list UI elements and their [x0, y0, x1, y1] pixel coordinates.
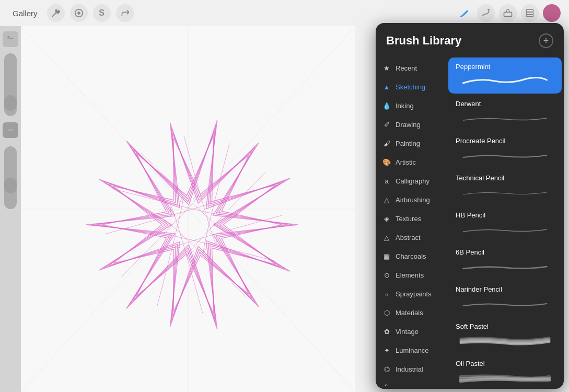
sketching-label: Sketching — [396, 83, 425, 91]
category-item-luminance[interactable]: ✦Luminance — [376, 341, 446, 360]
wrench-button[interactable] — [47, 4, 65, 22]
category-item-industrial[interactable]: ⌬Industrial — [376, 360, 446, 378]
derwent-preview — [456, 111, 554, 125]
add-brush-button[interactable]: + — [539, 33, 553, 48]
category-list: ★Recent▲Sketching💧Inking✐Drawing🖌Paintin… — [376, 56, 446, 386]
category-item-spraypaints[interactable]: ⬦Spraypaints — [376, 284, 446, 303]
category-item-vintage[interactable]: ✿Vintage — [376, 322, 446, 341]
drawing-label: Drawing — [396, 121, 421, 129]
category-item-organic[interactable]: 🍃Organic — [376, 378, 446, 386]
vintage-icon: ✿ — [382, 327, 391, 336]
hb_pencil-preview — [456, 222, 554, 237]
luminance-icon: ✦ — [382, 345, 391, 355]
brush-item-6b_pencil[interactable]: 6B Pencil — [448, 243, 562, 279]
brush-item-narinder_pencil[interactable]: Narinder Pencil — [448, 280, 562, 316]
textures-label: Textures — [396, 215, 421, 223]
brush-tool-button[interactable] — [455, 4, 473, 22]
vintage-label: Vintage — [396, 328, 419, 336]
peppermint-preview — [456, 74, 554, 88]
svg-rect-6 — [7, 129, 13, 131]
drawing-canvas[interactable] — [21, 26, 355, 392]
artistic-label: Artistic — [396, 158, 416, 166]
charcoals-icon: ▦ — [382, 251, 391, 261]
abstract-icon: △ — [382, 233, 391, 242]
calligraphy-label: Calligraphy — [396, 177, 429, 185]
brush-item-technical_pencil[interactable]: Technical Pencil — [448, 169, 562, 205]
brush-size-thumb — [4, 95, 17, 111]
brush-item-peppermint[interactable]: Peppermint — [448, 57, 562, 94]
textures-icon: ◈ — [382, 214, 391, 223]
svg-rect-5 — [526, 15, 533, 16]
brush-item-oil_pastel[interactable]: Oil Pastel — [448, 354, 562, 386]
technical_pencil-preview — [456, 185, 554, 200]
svg-rect-3 — [526, 9, 533, 11]
svg-rect-4 — [526, 12, 533, 14]
spraypaints-label: Spraypaints — [396, 290, 432, 298]
brush-list: PeppermintDerwentProcreate PencilTechnic… — [446, 56, 564, 386]
brush-library-header: Brush Library + — [376, 23, 564, 56]
share-button[interactable] — [116, 4, 134, 22]
materials-label: Materials — [396, 309, 423, 317]
adjust-button[interactable] — [70, 4, 88, 22]
category-item-drawing[interactable]: ✐Drawing — [376, 115, 446, 134]
category-item-materials[interactable]: ⬡Materials — [376, 303, 446, 322]
top-toolbar: Gallery S — [0, 0, 569, 26]
toolbar-left: Gallery S — [8, 4, 134, 22]
opacity-slider[interactable] — [4, 146, 17, 209]
industrial-label: Industrial — [396, 365, 423, 373]
oil_pastel-name: Oil Pastel — [456, 360, 554, 367]
materials-icon: ⬡ — [382, 308, 391, 317]
smudge-tool-button[interactable] — [477, 4, 495, 22]
user-avatar[interactable] — [543, 4, 561, 22]
soft_pastel-name: Soft Pastel — [456, 322, 554, 330]
6b_pencil-preview — [456, 259, 554, 274]
category-item-elements[interactable]: ⊙Elements — [376, 266, 446, 284]
category-item-calligraphy[interactable]: aCalligraphy — [376, 171, 446, 190]
svg-rect-2 — [504, 12, 512, 16]
artistic-icon: 🎨 — [382, 157, 391, 167]
layers-tool-button[interactable] — [521, 4, 539, 22]
airbrushing-label: Airbrushing — [396, 196, 430, 204]
oil_pastel-preview — [456, 371, 554, 385]
charcoals-label: Charcoals — [396, 252, 426, 260]
hb_pencil-name: HB Pencil — [456, 211, 554, 219]
category-item-airbrushing[interactable]: △Airbrushing — [376, 190, 446, 209]
eraser-tool-button[interactable] — [499, 4, 517, 22]
elements-icon: ⊙ — [382, 270, 391, 280]
narinder_pencil-preview — [456, 296, 554, 311]
category-item-abstract[interactable]: △Abstract — [376, 228, 446, 247]
category-item-recent[interactable]: ★Recent — [376, 59, 446, 77]
undo-button[interactable] — [3, 31, 18, 47]
brush-panel-body: ★Recent▲Sketching💧Inking✐Drawing🖌Paintin… — [376, 56, 564, 386]
recent-icon: ★ — [382, 63, 391, 73]
spraypaints-icon: ⬦ — [382, 289, 391, 298]
procreate_pencil-name: Procreate Pencil — [456, 137, 554, 145]
organic-icon: 🍃 — [382, 383, 391, 386]
painting-icon: 🖌 — [382, 139, 391, 148]
category-item-artistic[interactable]: 🎨Artistic — [376, 153, 446, 171]
style-button[interactable]: S — [93, 4, 111, 22]
category-item-textures[interactable]: ◈Textures — [376, 209, 446, 228]
left-sidebar — [0, 26, 21, 392]
category-item-charcoals[interactable]: ▦Charcoals — [376, 247, 446, 266]
gallery-button[interactable]: Gallery — [8, 7, 42, 20]
brush-item-hb_pencil[interactable]: HB Pencil — [448, 206, 562, 242]
brush-item-procreate_pencil[interactable]: Procreate Pencil — [448, 132, 562, 168]
brush-library-title: Brush Library — [386, 34, 461, 48]
sketching-icon: ▲ — [382, 82, 391, 91]
brush-item-soft_pastel[interactable]: Soft Pastel — [448, 317, 562, 353]
luminance-label: Luminance — [396, 347, 429, 354]
drawing-icon: ✐ — [382, 120, 391, 129]
painting-label: Painting — [396, 140, 420, 147]
brush-item-derwent[interactable]: Derwent — [448, 95, 562, 131]
brush-size-slider[interactable] — [4, 53, 17, 116]
6b_pencil-name: 6B Pencil — [456, 248, 554, 256]
technical_pencil-name: Technical Pencil — [456, 174, 554, 182]
abstract-label: Abstract — [396, 234, 421, 241]
category-item-inking[interactable]: 💧Inking — [376, 96, 446, 115]
canvas-element[interactable] — [21, 26, 355, 392]
category-item-sketching[interactable]: ▲Sketching — [376, 77, 446, 96]
procreate_pencil-preview — [456, 148, 554, 163]
organic-label: Organic — [396, 384, 420, 386]
category-item-painting[interactable]: 🖌Painting — [376, 134, 446, 153]
